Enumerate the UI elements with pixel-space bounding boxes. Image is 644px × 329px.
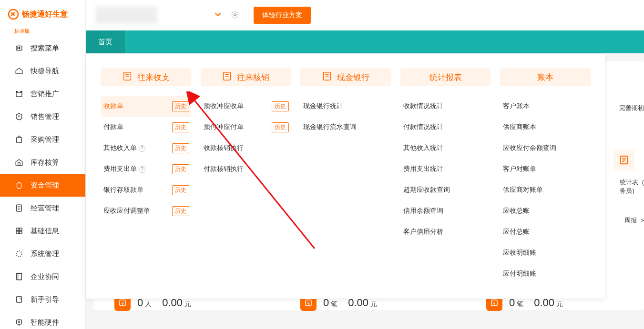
tab-home[interactable]: 首页: [86, 30, 125, 53]
sidebar-item-system[interactable]: 系统管理: [0, 242, 85, 265]
mega-menu-item[interactable]: 超期应收款查询: [400, 179, 491, 200]
mega-item-label: 付款核销执行: [201, 165, 244, 172]
mega-item-label: 收款单: [101, 102, 123, 110]
cta-button[interactable]: 体验行业方案: [254, 7, 311, 24]
mega-menu-item[interactable]: 现金银行统计: [300, 96, 391, 117]
right-float-icon[interactable]: [613, 150, 634, 170]
sidebar-item-operation[interactable]: 经营管理: [0, 197, 85, 219]
mega-column: 统计报表收款情况统计付款情况统计其他收入统计费用支出统计超期应收款查询信用余额查…: [400, 68, 501, 284]
svg-rect-4: [16, 92, 22, 97]
sidebar-item-hardware[interactable]: 智能硬件: [0, 311, 85, 329]
sidebar-item-quicknav[interactable]: 快捷导航: [0, 60, 85, 82]
sidebar-item-search[interactable]: 搜索菜单: [0, 37, 85, 60]
history-tag[interactable]: 历史: [172, 122, 189, 132]
mega-menu-item[interactable]: 其他收入单?历史: [101, 138, 191, 159]
mega-menu-item[interactable]: 预收冲应收单历史: [201, 96, 291, 117]
mega-menu-item[interactable]: 应收应付调整单历史: [101, 200, 191, 221]
svg-point-16: [20, 298, 20, 299]
mega-menu-item[interactable]: 付款情况统计: [400, 117, 491, 138]
mega-column-header: 现金银行: [300, 68, 391, 86]
quicknav-icon: [14, 66, 24, 76]
mega-item-label: 供应商对账单: [500, 186, 543, 193]
history-tag[interactable]: 历史: [272, 122, 289, 132]
mega-item-label: 费用支出统计: [400, 165, 443, 172]
mega-menu-item[interactable]: 付款单历史: [101, 117, 191, 138]
mega-item-label: 收款情况统计: [400, 102, 443, 110]
mega-column: 往来核销预收冲应收单历史预付冲应付单历史收款核销执行付款核销执行: [201, 68, 301, 284]
sidebar-list: 搜索菜单快捷导航营销推广¥销售管理采购管理库存核算资金管理经营管理基础信息系统管…: [0, 37, 85, 329]
sidebar-item-guide[interactable]: 新手引导: [0, 288, 85, 311]
document-icon: [322, 71, 332, 84]
mega-menu-item[interactable]: 客户对账单: [500, 159, 591, 179]
hint-stat[interactable]: 统计表 ( 务员): [620, 178, 644, 195]
history-tag[interactable]: 历史: [172, 164, 189, 174]
svg-text:¥: ¥: [18, 115, 20, 118]
mega-item-label: 费用支出单: [101, 165, 137, 172]
mega-menu-item[interactable]: 应收总账: [500, 200, 591, 221]
mega-item-label: 应付总账: [500, 228, 530, 235]
mega-item-label: 超期应收款查询: [400, 186, 450, 193]
history-tag[interactable]: 历史: [272, 101, 289, 111]
hardware-icon: [14, 318, 24, 327]
guide-icon: [14, 295, 24, 304]
mega-menu-item[interactable]: 应付总账: [500, 221, 591, 242]
mega-menu-item[interactable]: 收款核销执行: [201, 138, 291, 159]
hint-weekly[interactable]: 周报 >: [624, 216, 644, 225]
mega-menu-item[interactable]: 费用支出统计: [400, 159, 491, 179]
sidebar-item-funds[interactable]: 资金管理: [0, 174, 85, 197]
history-tag[interactable]: 历史: [172, 101, 189, 111]
history-tag[interactable]: 历史: [172, 143, 189, 153]
help-icon[interactable]: ?: [139, 145, 145, 152]
mega-menu-item[interactable]: 收款单历史: [101, 96, 191, 117]
logo[interactable]: 畅捷通好生意: [0, 0, 85, 27]
mega-item-label: 银行存取款单: [101, 186, 143, 193]
mega-menu-item[interactable]: 付款核销执行: [201, 159, 291, 179]
mega-menu-item[interactable]: 费用支出单?历史: [101, 159, 191, 179]
mega-menu-item[interactable]: 收款情况统计: [400, 96, 491, 117]
sidebar-item-marketing[interactable]: 营销推广: [0, 82, 85, 105]
account-dropdown-icon[interactable]: [215, 11, 221, 20]
svg-rect-2: [17, 47, 18, 50]
marketing-icon: [14, 89, 24, 99]
sidebar-label: 采购管理: [31, 135, 59, 144]
mega-item-label: 应收应付调整单: [101, 207, 150, 214]
mega-menu-item[interactable]: 客户信用分析: [400, 221, 491, 242]
svg-rect-7: [18, 163, 20, 165]
svg-rect-12: [20, 231, 22, 234]
mega-menu-item[interactable]: 应收明细账: [500, 242, 591, 263]
sidebar-item-purchase[interactable]: 采购管理: [0, 128, 85, 151]
sidebar-item-inventory[interactable]: 库存核算: [0, 151, 85, 174]
mega-item-label: 现金银行统计: [300, 102, 343, 110]
mega-item-label: 付款单: [101, 123, 123, 130]
gear-icon[interactable]: [231, 10, 239, 20]
mega-menu-item[interactable]: 现金银行流水查询: [300, 117, 391, 138]
hint-complete-initial[interactable]: 完善期初: [619, 104, 644, 112]
mega-menu-item[interactable]: 银行存取款单历史: [101, 179, 191, 200]
history-tag[interactable]: 历史: [172, 185, 189, 195]
mega-item-label: 收款核销执行: [201, 144, 244, 151]
mega-menu-item[interactable]: 其他收入统计: [400, 138, 491, 159]
sidebar-item-basic[interactable]: 基础信息: [0, 219, 85, 242]
mega-column-header: 往来收支: [101, 68, 191, 86]
mega-menu-item[interactable]: 供应商账本: [500, 117, 591, 138]
history-tag[interactable]: 历史: [172, 206, 189, 216]
mega-menu-item[interactable]: 应收应付余额查询: [500, 138, 591, 159]
mega-menu-item[interactable]: 应付明细账: [500, 263, 591, 284]
mega-item-label: 信用余额查询: [400, 207, 443, 214]
help-icon[interactable]: ?: [139, 166, 145, 173]
mega-menu-item[interactable]: 供应商对账单: [500, 179, 591, 200]
sidebar-item-sales[interactable]: ¥销售管理: [0, 105, 85, 128]
svg-rect-3: [19, 47, 20, 50]
mega-menu-item[interactable]: 信用余额查询: [400, 200, 491, 221]
purchase-icon: [14, 135, 24, 144]
mega-header-text: 现金银行: [337, 72, 369, 83]
svg-rect-9: [16, 228, 19, 230]
account-name-redacted: [95, 7, 157, 24]
funds-icon: [14, 180, 24, 190]
mega-menu-item[interactable]: 客户账本: [500, 96, 591, 117]
sidebar-label: 搜索菜单: [31, 44, 59, 53]
mega-menu-item[interactable]: 预付冲应付单历史: [201, 117, 291, 138]
sidebar-item-enterprise[interactable]: 企业协同: [0, 265, 85, 288]
mega-header-text: 统计报表: [429, 72, 462, 83]
mega-item-label: 其他收入统计: [400, 144, 443, 151]
